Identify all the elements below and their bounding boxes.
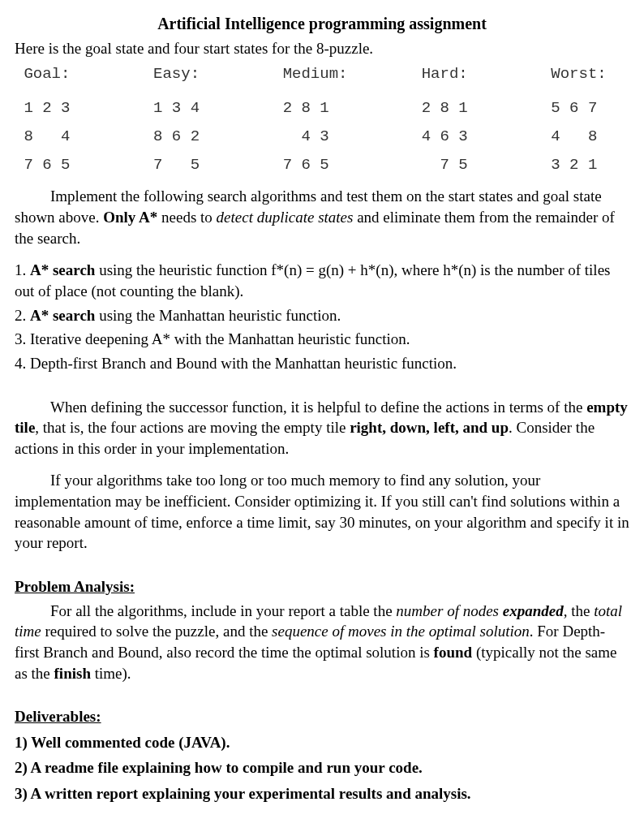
list-item-2: 2. A* search using the Manhattan heurist…	[15, 305, 629, 326]
bold-finish: finish	[54, 665, 91, 682]
deliverable-2: 2) A readme file explaining how to compi…	[15, 757, 629, 778]
italic-sequence: sequence of moves in the optimal solutio…	[272, 623, 530, 640]
paragraph-analysis: For all the algorithms, include in your …	[15, 601, 629, 684]
paragraph-successor: When defining the successor function, it…	[15, 397, 629, 459]
text: , that is, the four actions are moving t…	[35, 419, 350, 436]
text: time).	[91, 665, 131, 682]
text: , the	[564, 602, 594, 619]
text: using the heuristic function f*(n) = g(n…	[15, 261, 610, 300]
paragraph-implement: Implement the following search algorithm…	[15, 186, 629, 248]
section-problem-analysis: Problem Analysis:	[15, 576, 629, 597]
text: required to solve the puzzle, and the	[41, 623, 272, 640]
deliverable-3: 3) A written report explaining your expe…	[15, 783, 629, 804]
bold-only-astar: Only A*	[103, 209, 157, 226]
puzzle-grid-row-1: 1 2 3 1 3 4 2 8 1 2 8 1 5 6 7	[15, 98, 629, 119]
bold-astar-1: A* search	[30, 261, 95, 278]
puzzle-grid-row-3: 7 6 5 7 5 7 6 5 7 5 3 2 1	[15, 155, 629, 175]
text: When defining the successor function, it…	[50, 399, 586, 416]
bold-italic-expanded: expanded	[503, 602, 564, 619]
text: 2.	[15, 307, 30, 324]
bold-found: found	[434, 644, 473, 661]
puzzle-grid-row-2: 8 4 8 6 2 4 3 4 6 3 4 8	[15, 127, 629, 147]
deliverable-1: 1) Well commented code (JAVA).	[15, 732, 629, 753]
text: using the Manhattan heuristic function.	[95, 307, 341, 324]
bold-astar-2: A* search	[30, 307, 95, 324]
intro-text: Here is the goal state and four start st…	[15, 38, 629, 59]
list-item-1: 1. A* search using the heuristic functio…	[15, 260, 629, 301]
section-deliverables: Deliverables:	[15, 706, 629, 727]
page-title: Artificial Intelligence programming assi…	[15, 13, 629, 35]
text: 1.	[15, 261, 30, 278]
list-item-4: 4. Depth-first Branch and Bound with the…	[15, 353, 629, 374]
italic-nodes-expanded-a: number of nodes	[396, 602, 502, 619]
paragraph-optimize: If your algorithms take too long or too …	[15, 470, 629, 554]
italic-detect-dup: detect duplicate states	[217, 209, 354, 226]
text: needs to	[157, 209, 216, 226]
text: For all the algorithms, include in your …	[50, 602, 396, 619]
bold-directions: right, down, left, and up	[350, 419, 509, 436]
list-item-3: 3. Iterative deepening A* with the Manha…	[15, 329, 629, 350]
puzzle-labels: Goal: Easy: Medium: Hard: Worst:	[15, 64, 629, 84]
